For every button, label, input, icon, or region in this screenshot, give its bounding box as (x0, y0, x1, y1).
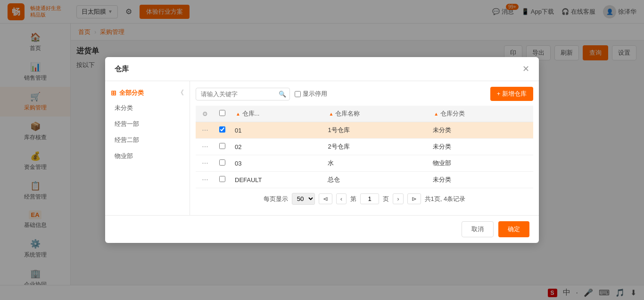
tree-item-property[interactable]: 物业部 (105, 148, 190, 164)
warehouse-table: ⚙ ▲ 仓库... ▲ 仓库名称 (196, 106, 533, 188)
row-checkbox[interactable] (215, 139, 230, 155)
tree-item-dept1[interactable]: 经营一部 (105, 116, 190, 132)
row-category: 物业部 (428, 155, 533, 172)
code-column-header: ▲ 仓库... (230, 106, 323, 122)
first-page-button[interactable]: ⊲ (319, 193, 332, 204)
tree-item-dept2[interactable]: 经营二部 (105, 132, 190, 148)
show-disabled-checkbox[interactable] (295, 91, 301, 97)
dialog-footer: 取消 确定 (105, 215, 539, 243)
pagination: 每页显示 50 ⊲ ‹ 第 页 › ⊳ 共1页, 4条记录 (196, 188, 533, 209)
table-row[interactable]: ··· 03 水 物业部 (196, 155, 533, 172)
row-name: 水 (323, 155, 428, 172)
table-row[interactable]: ··· 01 1号仓库 未分类 (196, 122, 533, 139)
last-page-button[interactable]: ⊳ (407, 193, 421, 204)
prev-page-button[interactable]: ‹ (336, 193, 347, 204)
dialog-title: 仓库 (115, 65, 129, 74)
modal-overlay: 仓库 ✕ ⊞ 全部分类 《 未分类 经营一部 经营二部 物业部 (0, 0, 644, 300)
warehouse-dialog: 仓库 ✕ ⊞ 全部分类 《 未分类 经营一部 经营二部 物业部 (105, 57, 539, 243)
row-name: 1号仓库 (323, 122, 428, 139)
sort-icon: ▲ (236, 111, 240, 117)
table-row[interactable]: ··· DEFAULT 总仓 未分类 (196, 172, 533, 188)
page-number-input[interactable] (360, 193, 379, 204)
row-checkbox[interactable] (215, 172, 230, 188)
table-toolbar: 🔍 显示停用 + 新增仓库 (196, 87, 533, 101)
row-name: 总仓 (323, 172, 428, 188)
dialog-header: 仓库 ✕ (105, 57, 539, 81)
per-page-select[interactable]: 50 (292, 193, 315, 205)
row-category: 未分类 (428, 172, 533, 188)
row-category: 未分类 (428, 139, 533, 155)
show-disabled-label[interactable]: 显示停用 (295, 90, 327, 98)
checkbox-column-header (215, 106, 230, 122)
row-code: DEFAULT (230, 172, 323, 188)
tree-item-unclassified[interactable]: 未分类 (105, 100, 190, 116)
row-ellipsis[interactable]: ··· (196, 172, 215, 188)
row-ellipsis[interactable]: ··· (196, 139, 215, 155)
category-sort-icon: ▲ (434, 111, 438, 117)
category-tree: ⊞ 全部分类 《 未分类 经营一部 经营二部 物业部 (105, 81, 190, 215)
row-code: 03 (230, 155, 323, 172)
row-ellipsis[interactable]: ··· (196, 155, 215, 172)
row-name: 2号仓库 (323, 139, 428, 155)
collapse-icon[interactable]: 《 (177, 89, 184, 97)
select-all-checkbox[interactable] (219, 110, 225, 116)
next-page-button[interactable]: › (393, 193, 403, 204)
column-settings-icon[interactable]: ⚙ (202, 110, 208, 117)
name-column-header: ▲ 仓库名称 (323, 106, 428, 122)
row-checkbox[interactable] (215, 122, 230, 139)
name-sort-icon: ▲ (329, 111, 333, 117)
close-icon[interactable]: ✕ (522, 64, 529, 74)
cancel-button[interactable]: 取消 (462, 221, 494, 237)
row-code: 01 (230, 122, 323, 139)
category-column-header: ▲ 仓库分类 (428, 106, 533, 122)
row-category: 未分类 (428, 122, 533, 139)
dialog-body: ⊞ 全部分类 《 未分类 经营一部 经营二部 物业部 🔍 (105, 81, 539, 215)
search-input[interactable] (196, 88, 290, 100)
row-code: 02 (230, 139, 323, 155)
table-row[interactable]: ··· 02 2号仓库 未分类 (196, 139, 533, 155)
row-checkbox[interactable] (215, 155, 230, 172)
table-panel: 🔍 显示停用 + 新增仓库 ⚙ (190, 81, 539, 215)
settings-column-header: ⚙ (196, 106, 215, 122)
add-warehouse-button[interactable]: + 新增仓库 (490, 87, 533, 101)
confirm-button[interactable]: 确定 (498, 221, 529, 237)
grid-icon: ⊞ (111, 89, 116, 97)
search-icon[interactable]: 🔍 (279, 91, 286, 98)
tree-all-category[interactable]: ⊞ 全部分类 《 (105, 86, 190, 100)
search-wrapper: 🔍 (196, 88, 290, 100)
row-ellipsis[interactable]: ··· (196, 122, 215, 139)
